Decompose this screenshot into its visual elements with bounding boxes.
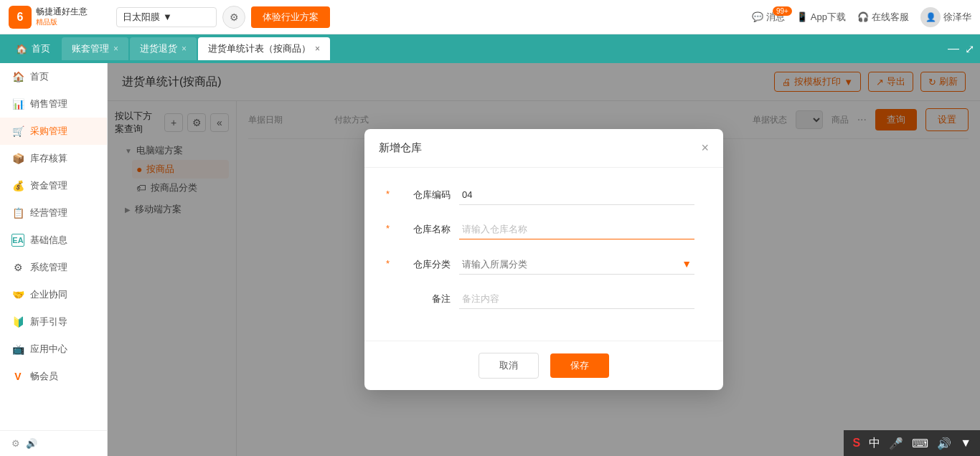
tab-home-label: 首页 [32,42,50,55]
tab-accounts-close-icon[interactable]: × [113,44,118,54]
sidebar-item-apps[interactable]: 📺 应用中心 [0,336,107,363]
apps-icon: 📺 [11,343,24,356]
tab-purchase-return[interactable]: 进货退货 × [130,37,197,60]
sidebar-home-label: 首页 [30,70,95,83]
tab-accounts[interactable]: 账套管理 × [62,37,128,60]
mic-icon[interactable]: 🎤 [889,437,903,450]
tab-minimize-icon[interactable]: — [948,42,959,55]
sidebar-inventory-label: 库存核算 [30,152,95,165]
modal-overlay: 新增仓库 × 仓库编码 仓库名称 仓库分类 [108,63,980,456]
form-row-name: 仓库名称 [393,219,694,239]
top-bar: 6 畅捷通好生意 精品版 日太阳膜 ▼ ⚙ 体验行业方案 💬 消息 99+ 📱 … [0,0,980,34]
tab-purchase-stats-label: 进货单统计表（按商品） [208,42,311,55]
sidebar-management-label: 经营管理 [30,206,95,219]
modal-footer: 取消 保存 [364,341,723,390]
sidebar-item-basic-info[interactable]: EA 基础信息 [0,227,107,254]
category-input[interactable] [462,259,682,270]
bottom-bar: S 中 🎤 ⌨ 🔊 ▼ [844,430,980,456]
category-label: 仓库分类 [393,258,451,271]
main-area: 🏠 首页 📊 销售管理 🛒 采购管理 📦 库存核算 💰 资金管理 📋 经营管理 … [0,63,980,456]
sidebar-item-inventory[interactable]: 📦 库存核算 [0,145,107,172]
ime-mode-icon[interactable]: 中 [869,436,880,451]
sidebar-item-vip[interactable]: V 畅会员 [0,363,107,390]
tray-icon[interactable]: ▼ [960,437,971,450]
sales-icon: 📊 [11,98,24,110]
sidebar-basic-label: 基础信息 [30,234,95,247]
remark-label: 备注 [393,293,451,305]
brand-name: 畅捷通好生意 [36,6,88,18]
system-icon: ⚙ [11,261,24,274]
basic-info-icon: EA [11,234,24,247]
tab-purchase-return-close-icon[interactable]: × [182,44,187,54]
sidebar-item-home[interactable]: 🏠 首页 [0,63,107,90]
sidebar-item-enterprise[interactable]: 🤝 企业协同 [0,281,107,308]
sidebar-purchase-label: 采购管理 [30,125,95,138]
purchase-icon: 🛒 [11,125,24,138]
finance-icon: 💰 [11,179,24,192]
sidebar-finance-label: 资金管理 [30,179,95,192]
modal-close-button[interactable]: × [701,141,709,156]
tab-actions: — ⤢ [948,42,974,56]
sidebar-item-purchase[interactable]: 🛒 采购管理 [0,118,107,145]
user-icon: 👤 [925,12,936,22]
tab-purchase-stats[interactable]: 进货单统计表（按商品） × [198,37,330,60]
cancel-button[interactable]: 取消 [479,353,539,379]
sidebar-guide-label: 新手引导 [30,315,95,328]
sidebar-item-finance[interactable]: 💰 资金管理 [0,172,107,199]
app-download-button[interactable]: 📱 App下载 [796,11,846,24]
keyboard-icon[interactable]: ⌨ [912,437,928,450]
sidebar-sales-label: 销售管理 [30,98,95,110]
speaker-icon[interactable]: 🔊 [26,438,37,449]
enterprise-icon: 🤝 [11,288,24,301]
sidebar-item-management[interactable]: 📋 经营管理 [0,199,107,227]
category-select-wrap[interactable]: ▼ [459,254,694,275]
volume-icon[interactable]: 🔊 [937,437,951,450]
code-input[interactable] [459,185,694,205]
sidebar-item-sales[interactable]: 📊 销售管理 [0,90,107,118]
store-selector[interactable]: 日太阳膜 ▼ [116,7,217,27]
phone-icon: 📱 [796,11,808,22]
content-area: 进货单统计(按商品) 🖨 按模板打印 ▼ ↗ 导出 ↻ 刷新 [108,63,980,456]
vip-icon: V [11,370,24,383]
tab-home[interactable]: 🏠 首页 [6,37,60,60]
headset-icon: 🎧 [857,11,869,22]
home-icon: 🏠 [11,70,24,83]
tab-purchase-return-label: 进货退货 [140,42,177,55]
message-icon: 💬 [752,11,763,22]
online-service-button[interactable]: 🎧 在线客服 [857,11,909,24]
modal-title: 新增仓库 [379,141,422,155]
chevron-down-icon: ▼ [163,11,172,22]
remark-input[interactable] [459,289,694,309]
tab-purchase-stats-close-icon[interactable]: × [315,44,320,54]
tab-expand-icon[interactable]: ⤢ [965,42,974,56]
modal-header: 新增仓库 × [364,129,723,168]
save-button[interactable]: 保存 [550,353,609,378]
add-warehouse-modal: 新增仓库 × 仓库编码 仓库名称 仓库分类 [364,129,723,390]
form-row-code: 仓库编码 [393,185,694,205]
code-label: 仓库编码 [393,189,451,201]
sidebar-bottom: ⚙ 🔊 [0,430,107,456]
logo-icon: 6 [9,6,32,29]
guide-icon: 🔰 [11,315,24,328]
messages-button[interactable]: 💬 消息 99+ [752,11,785,24]
logo-area: 6 畅捷通好生意 精品版 [9,6,116,29]
sougou-icon[interactable]: S [852,437,860,450]
store-name: 日太阳膜 [123,11,160,24]
sidebar-enterprise-label: 企业协同 [30,288,95,301]
name-label: 仓库名称 [393,223,451,236]
name-input[interactable] [459,219,694,239]
try-industry-button[interactable]: 体验行业方案 [251,6,330,28]
sidebar-item-system[interactable]: ⚙ 系统管理 [0,254,107,281]
user-name: 徐泽华 [943,11,971,24]
settings-bottom-icon[interactable]: ⚙ [11,438,20,449]
settings-button[interactable]: ⚙ [222,6,245,29]
home-icon: 🏠 [16,44,27,54]
modal-body: 仓库编码 仓库名称 仓库分类 ▼ [364,168,723,341]
select-arrow-icon: ▼ [682,258,692,270]
user-avatar[interactable]: 👤 徐泽华 [920,7,971,27]
sidebar-apps-label: 应用中心 [30,343,95,356]
brand-sub: 精品版 [36,17,88,27]
sidebar-item-guide[interactable]: 🔰 新手引导 [0,308,107,336]
inventory-icon: 📦 [11,152,24,165]
top-right-area: 💬 消息 99+ 📱 App下载 🎧 在线客服 👤 徐泽华 [752,7,971,27]
